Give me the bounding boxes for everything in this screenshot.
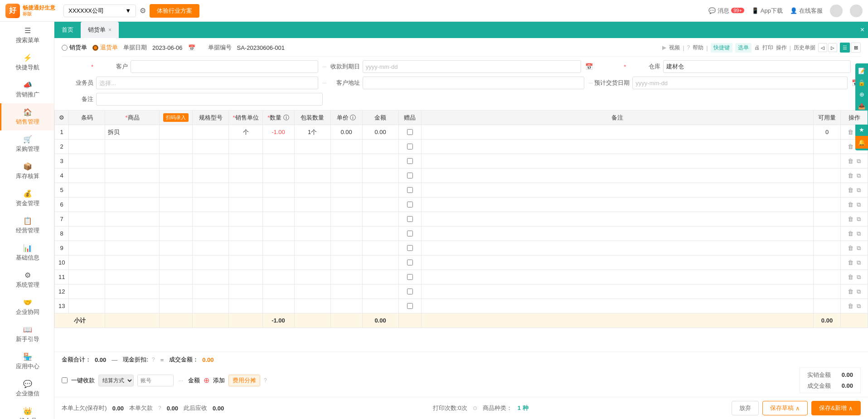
sidebar-item-wechat[interactable]: 💬 企业微信 bbox=[0, 375, 54, 402]
op-delete-10[interactable]: 🗑 bbox=[848, 274, 853, 280]
op-delete-7[interactable]: 🗑 bbox=[848, 230, 853, 237]
radio-return[interactable] bbox=[92, 45, 98, 51]
float-add[interactable]: ⊕ bbox=[856, 89, 867, 100]
op-delete-9[interactable]: 🗑 bbox=[848, 259, 853, 266]
cell-spec-4[interactable] bbox=[193, 183, 229, 197]
cell-barcode-10[interactable] bbox=[69, 270, 105, 284]
cell-spec-3[interactable] bbox=[193, 169, 229, 183]
cell-gift-5[interactable] bbox=[398, 197, 421, 212]
op-delete-5[interactable]: 🗑 bbox=[848, 201, 853, 208]
cell-gift-3[interactable] bbox=[398, 169, 421, 183]
op-copy-12[interactable]: ⧉ bbox=[857, 303, 861, 309]
app-download-btn[interactable]: 📱 App下载 bbox=[752, 7, 783, 15]
cell-gift-2[interactable] bbox=[398, 154, 421, 169]
sidebar-item-inventory[interactable]: 📦 库存核算 bbox=[0, 158, 54, 185]
radio-sales-label[interactable]: 销货单 bbox=[62, 43, 87, 52]
toolbar-op[interactable]: 操作 bbox=[776, 44, 787, 52]
th-settings[interactable]: ⚙ bbox=[55, 111, 69, 125]
cell-remark-1[interactable] bbox=[421, 140, 813, 154]
account-dots[interactable]: ··· bbox=[177, 377, 184, 384]
radio-sales[interactable] bbox=[62, 45, 68, 51]
sidebar-item-system[interactable]: ⚙ 系统管理 bbox=[0, 266, 54, 294]
cell-gift-7[interactable] bbox=[398, 226, 421, 241]
company-selector[interactable]: XXXXXX公司 ▼ bbox=[63, 5, 136, 17]
toolbar-video[interactable]: 视频 bbox=[669, 44, 680, 52]
expense-help[interactable]: ? bbox=[264, 377, 267, 384]
tab-close-icon[interactable]: × bbox=[108, 27, 112, 33]
sidebar-item-basic[interactable]: 📊 基础信息 bbox=[0, 239, 54, 266]
sidebar-item-vip[interactable]: 👑 畅会员 bbox=[0, 402, 54, 419]
customer-dots[interactable]: ··· bbox=[321, 63, 328, 70]
sidebar-item-appstore[interactable]: 🏪 应用中心 bbox=[0, 348, 54, 375]
cell-remark-3[interactable] bbox=[421, 169, 813, 183]
cell-gift-8[interactable] bbox=[398, 241, 421, 255]
cell-spec-8[interactable] bbox=[193, 241, 229, 255]
trial-btn[interactable]: 体验行业方案 bbox=[150, 4, 199, 18]
nav-next[interactable]: ▷ bbox=[828, 43, 837, 52]
sidebar-item-marketing[interactable]: 📣 营销推广 bbox=[0, 76, 54, 103]
float-star[interactable]: ★ bbox=[856, 124, 867, 135]
cell-spec-6[interactable] bbox=[193, 212, 229, 226]
op-delete-11[interactable]: 🗑 bbox=[848, 288, 853, 295]
avatar2[interactable] bbox=[850, 5, 863, 17]
cell-remark-2[interactable] bbox=[421, 154, 813, 169]
cell-barcode-8[interactable] bbox=[69, 241, 105, 255]
op-copy-7[interactable]: ⧉ bbox=[857, 230, 861, 237]
op-delete-4[interactable]: 🗑 bbox=[848, 187, 853, 193]
cell-gift-6[interactable] bbox=[398, 212, 421, 226]
cell-spec-12[interactable] bbox=[193, 299, 229, 313]
cell-remark-9[interactable] bbox=[421, 255, 813, 270]
cell-barcode-9[interactable] bbox=[69, 255, 105, 270]
cell-remark-4[interactable] bbox=[421, 183, 813, 197]
customer-addr-dots[interactable]: ··· bbox=[587, 80, 594, 86]
cell-barcode-11[interactable] bbox=[69, 284, 105, 299]
sidebar-item-sales[interactable]: 🏠 销售管理 bbox=[0, 103, 54, 130]
cell-remark-10[interactable] bbox=[421, 270, 813, 284]
cell-gift-1[interactable] bbox=[398, 140, 421, 154]
op-delete-0[interactable]: 🗑 bbox=[848, 129, 853, 135]
cell-gift-4[interactable] bbox=[398, 183, 421, 197]
abandon-btn[interactable]: 放弃 bbox=[732, 401, 759, 415]
toolbar-shortcut[interactable]: 快捷键 bbox=[711, 43, 732, 53]
calendar-icon[interactable]: 📅 bbox=[188, 44, 195, 51]
online-service-btn[interactable]: 👤 在线客服 bbox=[790, 7, 823, 15]
add-btn[interactable]: ⊕ bbox=[204, 376, 209, 385]
op-delete-3[interactable]: 🗑 bbox=[848, 172, 853, 179]
save-draft-btn[interactable]: 保存草稿 ∧ bbox=[762, 401, 808, 415]
cell-gift-11[interactable] bbox=[398, 284, 421, 299]
sidebar-item-enterprise[interactable]: 🤝 企业协同 bbox=[0, 294, 54, 321]
cell-spec-10[interactable] bbox=[193, 270, 229, 284]
cell-spec-9[interactable] bbox=[193, 255, 229, 270]
cell-barcode-2[interactable] bbox=[69, 154, 105, 169]
account-input[interactable] bbox=[137, 375, 174, 386]
cell-spec-1[interactable] bbox=[193, 140, 229, 154]
expense-btn[interactable]: 费用分摊 bbox=[228, 375, 260, 386]
op-delete-8[interactable]: 🗑 bbox=[848, 245, 853, 251]
sidebar-item-management[interactable]: 📋 经营管理 bbox=[0, 212, 54, 239]
cell-remark-11[interactable] bbox=[421, 284, 813, 299]
op-copy-4[interactable]: ⧉ bbox=[857, 187, 861, 193]
toolbar-help[interactable]: 帮助 bbox=[693, 44, 703, 52]
float-lock[interactable]: 🔒 bbox=[856, 77, 867, 88]
cell-spec-5[interactable] bbox=[193, 197, 229, 212]
sidebar-item-search[interactable]: ☰ 搜索菜单 bbox=[0, 22, 54, 49]
cell-gift-12[interactable] bbox=[398, 299, 421, 313]
float-edit[interactable]: 📝 bbox=[856, 65, 867, 76]
op-copy-5[interactable]: ⧉ bbox=[857, 201, 861, 208]
salesperson-dots[interactable]: ··· bbox=[321, 80, 328, 86]
cell-barcode-12[interactable] bbox=[69, 299, 105, 313]
toolbar-history[interactable]: 历史单据 bbox=[794, 44, 815, 52]
cell-barcode-5[interactable] bbox=[69, 197, 105, 212]
cell-barcode-3[interactable] bbox=[69, 169, 105, 183]
cell-remark-12[interactable] bbox=[421, 299, 813, 313]
float-orange-btn[interactable]: 🔔 bbox=[855, 136, 868, 149]
cell-barcode-4[interactable] bbox=[69, 183, 105, 197]
op-copy-3[interactable]: ⧉ bbox=[857, 172, 861, 179]
op-copy-2[interactable]: ⧉ bbox=[857, 158, 861, 164]
cell-spec-7[interactable] bbox=[193, 226, 229, 241]
toolbar-print[interactable]: 打印 bbox=[762, 44, 773, 52]
delivery-date-input[interactable] bbox=[632, 77, 848, 89]
tab-close-right[interactable]: × bbox=[860, 26, 868, 34]
remarks-input[interactable] bbox=[96, 93, 323, 106]
float-export[interactable]: 📤 bbox=[856, 101, 867, 111]
